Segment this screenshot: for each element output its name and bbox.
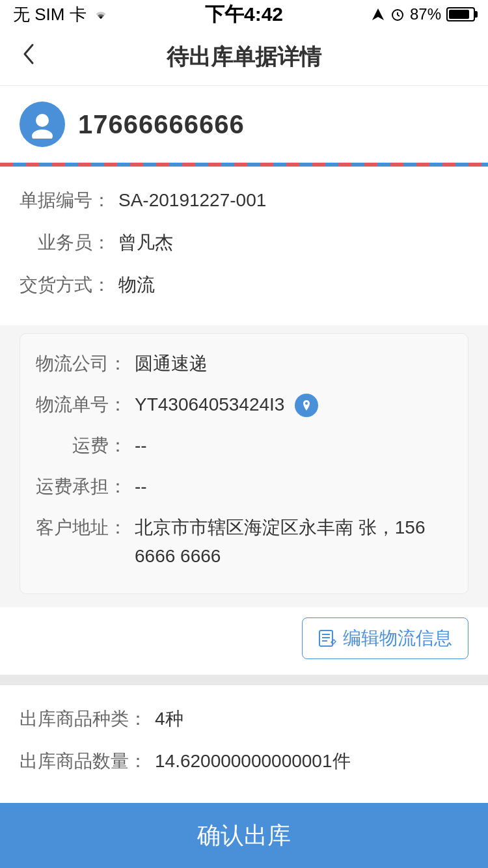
- svg-line-3: [398, 15, 400, 16]
- edit-icon: [318, 629, 336, 647]
- logistics-address-row: 客户地址： 北京市市辖区海淀区永丰南 张，156 6666 6666: [36, 513, 452, 572]
- nav-bar: 待出库单据详情: [0, 29, 488, 86]
- logistics-card: 物流公司： 圆通速递 物流单号： YT43064053424I3 运费： -- …: [20, 333, 468, 594]
- logistics-company-row: 物流公司： 圆通速递: [36, 349, 452, 379]
- logistics-address-value: 北京市市辖区海淀区永丰南 张，156 6666 6666: [135, 513, 452, 572]
- order-no-label: 单据编号：: [20, 186, 111, 215]
- svg-point-4: [36, 114, 49, 127]
- avatar: [20, 102, 65, 147]
- pin-icon: [300, 399, 313, 412]
- salesperson-label: 业务员：: [20, 228, 111, 258]
- salesperson-row: 业务员： 曾凡杰: [20, 228, 468, 258]
- svg-marker-0: [372, 8, 384, 20]
- logistics-tracking-row: 物流单号： YT43064053424I3: [36, 390, 452, 420]
- user-icon: [28, 110, 57, 139]
- alarm-icon: [390, 7, 405, 21]
- goods-quantity-value: 14.620000000000001件: [155, 747, 468, 776]
- logistics-tracking-value: YT43064053424I3: [135, 390, 452, 420]
- confirm-button[interactable]: 确认出库: [0, 803, 488, 868]
- goods-quantity-label: 出库商品数量：: [20, 747, 147, 776]
- status-left: 无 SIM 卡: [13, 3, 110, 26]
- delivery-label: 交货方式：: [20, 271, 111, 300]
- logistics-freight-label: 运费：: [36, 431, 127, 461]
- confirm-btn-label: 确认出库: [197, 820, 291, 852]
- edit-btn-wrapper: 编辑物流信息: [0, 607, 488, 675]
- delivery-value: 物流: [118, 271, 468, 300]
- logistics-company-label: 物流公司：: [36, 349, 127, 379]
- logistics-company-value: 圆通速递: [135, 349, 452, 379]
- status-time: 下午4:42: [205, 1, 283, 28]
- salesperson-value: 曾凡杰: [118, 228, 468, 258]
- goods-section: 出库商品种类： 4种 出库商品数量： 14.620000000000001件: [0, 685, 488, 802]
- logistics-tracking-label: 物流单号：: [36, 390, 127, 420]
- map-location-icon[interactable]: [295, 394, 318, 417]
- goods-type-row: 出库商品种类： 4种: [20, 705, 468, 734]
- status-bar: 无 SIM 卡 下午4:42 87%: [0, 0, 488, 29]
- order-info-section: 单据编号： SA-20191227-001 业务员： 曾凡杰 交货方式： 物流: [0, 167, 488, 325]
- wifi-icon: [92, 7, 110, 21]
- logistics-freight-row: 运费： --: [36, 431, 452, 461]
- user-phone: 17666666666: [78, 110, 245, 139]
- page-title: 待出库单据详情: [167, 42, 321, 72]
- back-button[interactable]: [20, 40, 38, 74]
- logistics-address-label: 客户地址：: [36, 513, 127, 543]
- battery-percent: 87%: [410, 5, 441, 23]
- battery-icon: [446, 7, 475, 21]
- logistics-bearer-label: 运费承担：: [36, 472, 127, 502]
- goods-type-value: 4种: [155, 705, 468, 734]
- logistics-bearer-value: --: [135, 472, 452, 502]
- section-divider: [0, 675, 488, 685]
- no-sim-text: 无 SIM 卡: [13, 3, 87, 26]
- user-section: 17666666666: [0, 86, 488, 163]
- goods-quantity-row: 出库商品数量： 14.620000000000001件: [20, 747, 468, 776]
- logistics-bearer-row: 运费承担： --: [36, 472, 452, 502]
- content: 17666666666 单据编号： SA-20191227-001 业务员： 曾…: [0, 86, 488, 868]
- edit-btn-label: 编辑物流信息: [343, 626, 452, 651]
- delivery-row: 交货方式： 物流: [20, 271, 468, 300]
- edit-logistics-button[interactable]: 编辑物流信息: [302, 617, 468, 659]
- logistics-freight-value: --: [135, 431, 452, 461]
- svg-point-5: [32, 129, 53, 139]
- order-no-row: 单据编号： SA-20191227-001: [20, 186, 468, 215]
- goods-type-label: 出库商品种类：: [20, 705, 147, 734]
- location-icon: [371, 7, 385, 21]
- status-right: 87%: [371, 5, 475, 23]
- order-no-value: SA-20191227-001: [118, 186, 468, 215]
